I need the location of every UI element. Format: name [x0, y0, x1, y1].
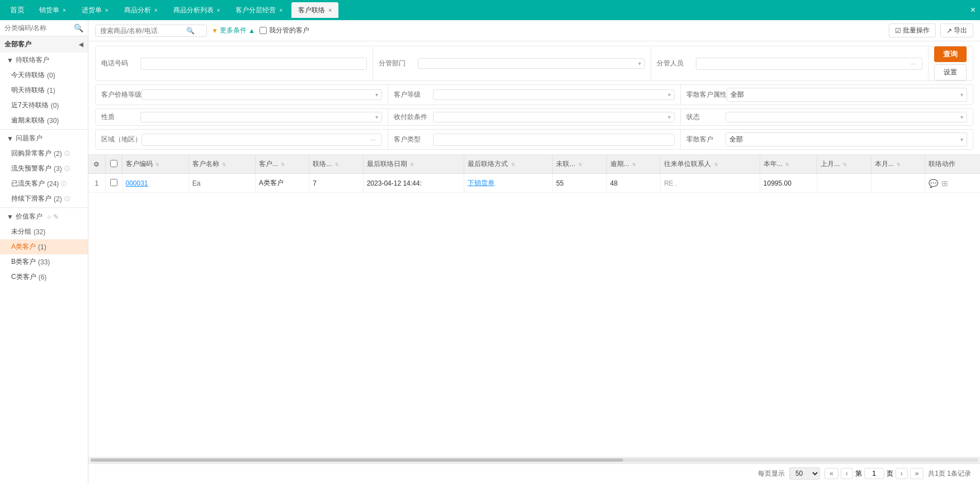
last-page-btn[interactable]: »: [910, 468, 924, 479]
sort-this-month: ⇅: [897, 162, 901, 167]
sidebar-group-problem-customer[interactable]: ▼ 问题客户: [0, 131, 88, 146]
sort-last-month: ⇅: [843, 162, 847, 167]
select-price-level[interactable]: ▾: [142, 89, 382, 100]
select-nature[interactable]: ▾: [140, 112, 382, 122]
tab-customer-contact[interactable]: 客户联络 ×: [291, 2, 338, 18]
scrollbar-track[interactable]: [91, 458, 978, 462]
per-page-select[interactable]: 50 20 100: [789, 467, 820, 480]
th-code[interactable]: 客户编码 ⇅: [122, 155, 189, 174]
sidebar-item-7days-contact[interactable]: 近7天待联络 (0): [0, 98, 88, 113]
qr-icon[interactable]: ⊞: [941, 179, 948, 188]
gear-icon[interactable]: ⚙: [93, 160, 100, 168]
sidebar-item-churned[interactable]: 已流失客户 (24) ⓘ: [0, 176, 88, 191]
close-tab-sales[interactable]: ×: [63, 7, 66, 13]
batch-operation-btn[interactable]: ☑ 批量操作: [889, 23, 936, 37]
tab-customer-segment[interactable]: 客户分层经营 ×: [229, 2, 289, 18]
td-code[interactable]: 000031: [122, 174, 189, 193]
td-last-contact-date: 2023-04-12 14:44:: [363, 174, 464, 193]
sidebar-group-wait-contact[interactable]: ▼ 待联络客户: [0, 53, 88, 68]
value-customer-edit-icon[interactable]: ✎: [53, 213, 59, 221]
query-btn[interactable]: 查询: [934, 46, 967, 62]
th-name[interactable]: 客户名称 ⇅: [189, 155, 255, 174]
more-conditions-btn[interactable]: ▼ 更多条件 ▲: [211, 26, 255, 35]
th-unit-contact[interactable]: 往来单位联系人 ⇅: [661, 155, 760, 174]
close-tab-customer-contact[interactable]: ×: [328, 7, 332, 13]
filter-search-box: 🔍: [95, 25, 207, 37]
close-tab-product-analysis-list[interactable]: ×: [217, 7, 220, 13]
td-name[interactable]: Ea: [189, 174, 255, 193]
sidebar-search-icon[interactable]: 🔍: [74, 23, 83, 32]
select-status[interactable]: ▾: [725, 112, 967, 122]
th-overdue[interactable]: 逾期... ⇅: [606, 155, 660, 174]
prev-page-btn[interactable]: ‹: [841, 468, 853, 479]
export-btn[interactable]: ↗ 导出: [940, 23, 973, 37]
select-dept[interactable]: ▾: [418, 58, 644, 69]
tab-purchase[interactable]: 进货单 ×: [75, 2, 115, 18]
input-phone[interactable]: [140, 58, 367, 70]
close-window-icon[interactable]: ×: [970, 5, 976, 15]
my-customers-checkbox-area[interactable]: 我分管的客户: [260, 26, 309, 35]
sidebar-item-churn-warning[interactable]: 流失预警客户 (3) ⓘ: [0, 161, 88, 176]
sidebar-item-no-group[interactable]: 未分组 (32): [0, 224, 88, 239]
sidebar-item-a-class[interactable]: A类客户 (1): [0, 239, 88, 254]
sidebar-all-customers[interactable]: 全部客户 ◀: [0, 36, 88, 53]
row-checkbox[interactable]: [110, 179, 117, 186]
sidebar-item-tomorrow-contact[interactable]: 明天待联络 (1): [0, 83, 88, 98]
select-retail-customer[interactable]: 全部 ▾: [725, 132, 967, 146]
tab-product-analysis[interactable]: 商品分析 ×: [117, 2, 164, 18]
td-overdue-days: 48: [606, 174, 660, 193]
close-tab-customer-segment[interactable]: ×: [279, 7, 282, 13]
td-last-contact-method[interactable]: 下销货单: [464, 174, 553, 193]
next-page-btn[interactable]: ›: [896, 468, 908, 479]
input-customer-type[interactable]: [433, 134, 675, 146]
info-icon-churn-warning: ⓘ: [64, 165, 70, 173]
td-checkbox[interactable]: [105, 174, 122, 193]
label-person: 分管人员: [657, 59, 696, 68]
select-customer-level[interactable]: ▾: [433, 89, 675, 100]
sidebar-search-area: 🔍: [0, 20, 88, 36]
select-payment[interactable]: ▾: [433, 112, 675, 122]
sidebar-item-today-contact[interactable]: 今天待联络 (0): [0, 68, 88, 83]
value-customer-add-icon[interactable]: ○: [47, 213, 51, 221]
settings-btn[interactable]: 设置: [934, 64, 967, 80]
filter-search-icon[interactable]: 🔍: [186, 27, 195, 35]
sidebar-item-c-class[interactable]: C类客户 (6): [0, 269, 88, 285]
select-person[interactable]: ···: [696, 58, 922, 70]
th-no-contact[interactable]: 未联... ⇅: [553, 155, 606, 174]
th-select-all[interactable]: [105, 155, 122, 174]
horizontal-scrollbar[interactable]: [88, 457, 980, 463]
nav-home[interactable]: 首页: [4, 5, 30, 15]
select-all-checkbox[interactable]: [110, 160, 117, 167]
page-input[interactable]: [864, 468, 884, 479]
dots-region[interactable]: ···: [368, 136, 378, 144]
th-this-year[interactable]: 本年... ⇅: [760, 155, 817, 174]
close-tab-product-analysis[interactable]: ×: [154, 7, 158, 13]
th-type[interactable]: 客户... ⇅: [255, 155, 309, 174]
scrollbar-thumb[interactable]: [91, 458, 623, 462]
select-region[interactable]: ···: [142, 134, 382, 146]
th-gear[interactable]: ⚙: [88, 155, 105, 174]
th-last-month[interactable]: 上月... ⇅: [817, 155, 871, 174]
tab-sales[interactable]: 销货单 ×: [32, 2, 73, 18]
sidebar-search-input[interactable]: [4, 24, 72, 32]
select-retail-attr[interactable]: 全部 ▾: [727, 88, 967, 102]
th-last-date[interactable]: 最后联络日期 ⇅: [363, 155, 464, 174]
sidebar-item-b-class[interactable]: B类客户 (33): [0, 254, 88, 269]
filter-search-input[interactable]: [100, 27, 184, 35]
th-this-month[interactable]: 本月... ⇅: [871, 155, 925, 174]
sidebar-item-repurchase-abnormal[interactable]: 回购异常客户 (2) ⓘ: [0, 146, 88, 161]
sidebar-collapse-icon[interactable]: ◀: [79, 41, 83, 48]
my-customers-checkbox[interactable]: [260, 27, 267, 34]
dots-person[interactable]: ···: [908, 60, 918, 68]
sidebar-item-declining[interactable]: 持续下滑客户 (2) ⓘ: [0, 191, 88, 206]
th-last-method[interactable]: 最后联络方式 ⇅: [464, 155, 553, 174]
th-contact[interactable]: 联络... ⇅: [309, 155, 363, 174]
sidebar-item-overdue-contact[interactable]: 逾期未联络 (30): [0, 113, 88, 128]
content-area: 🔍 ▼ 更多条件 ▲ 我分管的客户 ☑ 批量操作 ↗ 导出: [88, 20, 980, 483]
sort-contact: ⇅: [335, 162, 339, 167]
close-tab-purchase[interactable]: ×: [105, 7, 109, 13]
first-page-btn[interactable]: «: [824, 468, 838, 479]
page-end-label: 页: [887, 469, 893, 479]
tab-product-analysis-list[interactable]: 商品分析列表 ×: [167, 2, 227, 18]
chat-icon[interactable]: 💬: [929, 179, 938, 188]
